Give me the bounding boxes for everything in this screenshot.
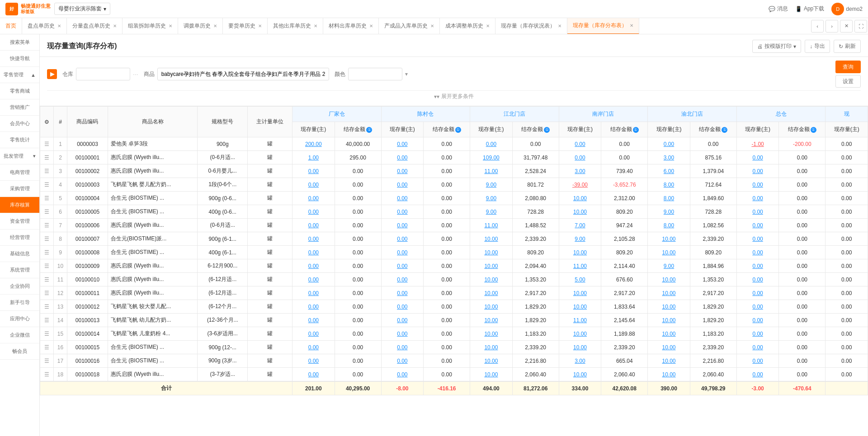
sidebar-item-wholesale[interactable]: 批发管理 ▾	[0, 148, 39, 164]
tab-clchuku[interactable]: 材料出库单历史 ✕	[323, 18, 379, 34]
row-nanan-qty[interactable]: 10.00	[559, 300, 601, 314]
sidebar-item-member[interactable]: 会员中心	[0, 116, 39, 132]
close-yaohuo[interactable]: ✕	[258, 23, 262, 28]
row-chencun-qty[interactable]: 0.00	[381, 192, 424, 205]
row-settings[interactable]: ☰	[40, 300, 54, 314]
row-chencun-qty[interactable]: 0.00	[381, 368, 424, 382]
sidebar-item-member2[interactable]: 畅会员	[0, 343, 39, 360]
close-diaopo[interactable]: ✕	[213, 23, 217, 28]
row-zongcang-qty[interactable]: 0.00	[736, 246, 779, 259]
row-settings[interactable]: ☰	[40, 192, 54, 205]
close-kucun-dist[interactable]: ✕	[630, 23, 633, 28]
row-factory-qty[interactable]: 0.00	[292, 192, 335, 205]
row-jiangbei-qty[interactable]: 10.00	[470, 354, 513, 368]
close-chenben[interactable]: ✕	[486, 23, 490, 28]
row-jiangbei-qty[interactable]: 109.00	[470, 151, 513, 164]
row-nanan-qty[interactable]: 10.00	[559, 205, 601, 219]
row-jiangbei-qty[interactable]: 9.00	[470, 192, 513, 205]
sidebar-item-basics[interactable]: 基础信息	[0, 246, 39, 262]
row-factory-qty[interactable]: 0.00	[292, 341, 335, 354]
row-factory-qty[interactable]: 0.00	[292, 232, 335, 246]
sidebar-item-purchase[interactable]: 采购管理	[0, 181, 39, 197]
row-yubei-qty[interactable]: 0.00	[648, 137, 690, 151]
row-nanan-qty[interactable]: 3.00	[559, 354, 601, 368]
row-chencun-qty[interactable]: 0.00	[381, 354, 424, 368]
close-clchuku[interactable]: ✕	[369, 23, 373, 28]
row-jiangbei-qty[interactable]: 10.00	[470, 300, 513, 314]
row-nanan-qty[interactable]: 10.00	[559, 341, 601, 354]
row-jiangbei-qty[interactable]: 10.00	[470, 232, 513, 246]
settings-btn[interactable]: 设置	[835, 75, 861, 88]
row-zongcang-qty[interactable]: 0.00	[736, 178, 779, 192]
sidebar-item-retail-stats[interactable]: 零售统计	[0, 132, 39, 148]
sidebar-item-retail[interactable]: 零售管理 ▲	[0, 67, 39, 83]
row-chencun-qty[interactable]: 0.00	[381, 232, 424, 246]
row-chencun-qty[interactable]: 0.00	[381, 137, 424, 151]
row-jiangbei-qty[interactable]: 0.00	[470, 137, 513, 151]
row-chencun-qty[interactable]: 0.00	[381, 259, 424, 273]
row-jiangbei-qty[interactable]: 10.00	[470, 286, 513, 300]
tab-home[interactable]: 首页	[0, 18, 22, 34]
close-kucun-status[interactable]: ✕	[558, 23, 561, 28]
row-nanan-qty[interactable]: 0.00	[559, 151, 601, 164]
row-chencun-qty[interactable]: 0.00	[381, 246, 424, 259]
row-zongcang-qty[interactable]: 0.00	[736, 327, 779, 341]
filter-toggle-btn[interactable]: ▶	[47, 69, 57, 79]
row-factory-qty[interactable]: 0.00	[292, 273, 335, 286]
close-chanpin[interactable]: ✕	[430, 23, 434, 28]
store-selector[interactable]: 母婴行业演示陈套 ▾	[54, 3, 110, 15]
row-settings[interactable]: ☰	[40, 327, 54, 341]
close-qtchuku[interactable]: ✕	[314, 23, 317, 28]
col-settings-header[interactable]: ⚙	[40, 107, 54, 137]
query-btn[interactable]: 查询	[835, 61, 861, 73]
row-settings[interactable]: ☰	[40, 273, 54, 286]
tab-qtchuku[interactable]: 其他出库单历史 ✕	[268, 18, 323, 34]
refresh-btn[interactable]: ↻ 刷新	[834, 40, 861, 53]
sidebar-item-operations[interactable]: 经营管理	[0, 230, 39, 246]
tab-kucun-status[interactable]: 现存量（库存状况表） ✕	[495, 18, 567, 34]
row-chencun-qty[interactable]: 0.00	[381, 219, 424, 232]
row-yubei-qty[interactable]: 10.00	[648, 341, 690, 354]
row-jiangbei-qty[interactable]: 9.00	[470, 178, 513, 192]
row-jiangbei-qty[interactable]: 10.00	[470, 273, 513, 286]
sidebar-item-finance[interactable]: 资金管理	[0, 213, 39, 230]
row-settings[interactable]: ☰	[40, 368, 54, 382]
row-zongcang-qty[interactable]: 0.00	[736, 354, 779, 368]
close-zuhe[interactable]: ✕	[169, 23, 172, 28]
row-settings[interactable]: ☰	[40, 314, 54, 327]
row-zongcang-qty[interactable]: 0.00	[736, 232, 779, 246]
row-jiangbei-qty[interactable]: 10.00	[470, 327, 513, 341]
row-chencun-qty[interactable]: 0.00	[381, 273, 424, 286]
row-zongcang-qty[interactable]: -1.00	[736, 137, 779, 151]
row-yubei-qty[interactable]: 10.00	[648, 354, 690, 368]
row-nanan-qty[interactable]: 10.00	[559, 246, 601, 259]
row-zongcang-qty[interactable]: 0.00	[736, 151, 779, 164]
nanan-info-icon[interactable]: ①	[633, 127, 639, 133]
row-chencun-qty[interactable]: 0.00	[381, 178, 424, 192]
row-yubei-qty[interactable]: 8.00	[648, 192, 690, 205]
row-jiangbei-qty[interactable]: 11.00	[470, 219, 513, 232]
row-jiangbei-qty[interactable]: 10.00	[470, 259, 513, 273]
row-chencun-qty[interactable]: 0.00	[381, 286, 424, 300]
row-jiangbei-qty[interactable]: 11.00	[470, 164, 513, 178]
close-pandian[interactable]: ✕	[57, 23, 61, 28]
warehouse-dots[interactable]: ···	[133, 70, 138, 78]
color-dropdown-arrow[interactable]: ▾	[405, 71, 408, 77]
goods-input[interactable]	[157, 68, 329, 80]
row-zongcang-qty[interactable]: 0.00	[736, 368, 779, 382]
row-factory-qty[interactable]: 0.00	[292, 259, 335, 273]
row-zongcang-qty[interactable]: 0.00	[736, 300, 779, 314]
sidebar-item-system[interactable]: 系统管理	[0, 262, 39, 278]
row-factory-qty[interactable]: 0.00	[292, 354, 335, 368]
sidebar-item-search[interactable]: 搜索英单	[0, 34, 39, 51]
export-btn[interactable]: ↓ 导出	[805, 40, 830, 53]
row-settings[interactable]: ☰	[40, 164, 54, 178]
tab-kucun-dist[interactable]: 现存量（库存分布表） ✕	[567, 18, 639, 34]
row-factory-qty[interactable]: 0.00	[292, 327, 335, 341]
row-nanan-qty[interactable]: 11.00	[559, 314, 601, 327]
row-factory-qty[interactable]: 0.00	[292, 164, 335, 178]
row-yubei-qty[interactable]: 9.00	[648, 205, 690, 219]
sidebar-item-weixin[interactable]: 企业微信	[0, 327, 39, 343]
tab-pandian[interactable]: 盘点单历史 ✕	[22, 18, 67, 34]
row-zongcang-qty[interactable]: 0.00	[736, 219, 779, 232]
